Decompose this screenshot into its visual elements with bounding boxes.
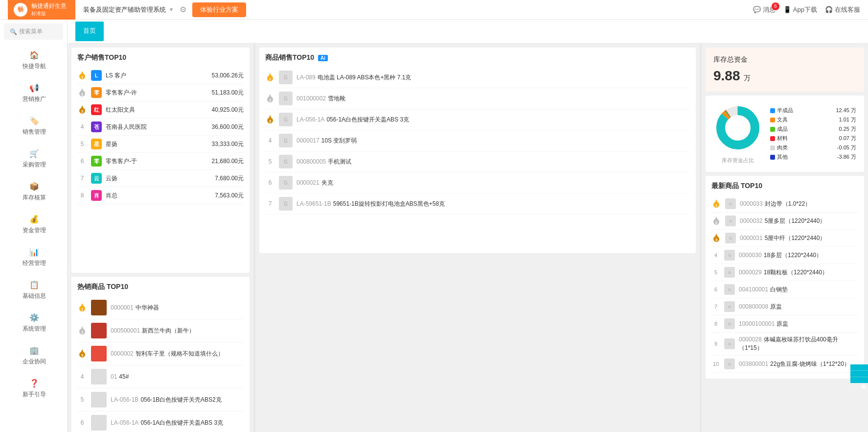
hot-product-info: 0000002智利车子里（规格不知道填什么） (111, 350, 244, 358)
sidebar: 🔍 搜索菜单 🏠 快捷导航 📢 营销推广 🏷️ 销售管理 🛒 采购管理 📦 库存… (0, 20, 68, 432)
svg-marker-34 (715, 199, 718, 203)
legend-value: -3.86 万 (837, 153, 856, 161)
legend-item: 成品 0.25 万 (770, 124, 856, 134)
logo-text: 畅捷通好生意 标准版 (31, 2, 67, 17)
inventory-title: 库存总资金 (713, 55, 856, 64)
legend-name: 材料 (777, 135, 839, 142)
customer-amount: 40,925.00元 (212, 106, 244, 114)
product-info: 000001710S 变刮罗弱 (297, 137, 690, 145)
sidebar-item-operation[interactable]: 📊 经营管理 (0, 240, 67, 273)
legend-name: 肉类 (777, 144, 837, 151)
new-product-item: 2 G 00000325厘多层（1220*2440） (711, 213, 858, 230)
customer-avatar: 肖 (91, 190, 102, 201)
rank-medal: 2 (77, 326, 87, 336)
search-menu[interactable]: 🔍 搜索菜单 (4, 24, 63, 40)
new-products-list: 1 G 0000033封边带（1.0*22） 2 G 00000325厘多层（1… (711, 195, 858, 373)
hot-item: 4 0145# (77, 365, 244, 388)
sidebar-item-purchase[interactable]: 🛒 采购管理 (0, 142, 67, 175)
svg-marker-11 (81, 303, 84, 307)
customer-avatar: 红 (91, 104, 102, 115)
new-product-item: 7 G 000800008原盅 (711, 298, 858, 315)
rank-num: 6 (77, 158, 87, 165)
service-icon: 🎧 (825, 6, 833, 13)
rank-num: 6 (77, 419, 87, 426)
legend-item: 材料 0.07 万 (770, 134, 856, 143)
legend-dot (770, 127, 775, 132)
rank-medal: 3 (265, 115, 275, 124)
tab-home[interactable]: 首页 (75, 22, 104, 41)
message-button[interactable]: 💬 消息 6 (753, 5, 776, 14)
customer-name: 肖总 (106, 192, 211, 200)
rank-num: 5 (77, 141, 87, 147)
sidebar-item-sales[interactable]: 🏷️ 销售管理 (0, 109, 67, 142)
home-icon: 🏠 (29, 49, 40, 60)
chat-button[interactable]: 客服热线 (850, 364, 868, 371)
rank-num: 4 (77, 373, 87, 380)
company-icon: 🏢 (29, 345, 40, 356)
right-panel: 库存总资金 9.88 万 (702, 44, 868, 432)
product-thumb: G (279, 134, 293, 147)
rank-num: 4 (265, 137, 275, 144)
sidebar-item-inventory[interactable]: 📦 库存核算 (0, 175, 67, 208)
customer-name: 零售客户-许 (106, 89, 208, 97)
chat-button[interactable]: 直播 (850, 377, 868, 383)
customer-name: 红太阳文具 (106, 106, 208, 114)
legend-item: 文具 1.01 万 (770, 115, 856, 124)
legend-dot (770, 108, 775, 113)
trial-button[interactable]: 体验行业方案 (192, 2, 246, 17)
product-item: 4 G 000001710S 变刮罗弱 (265, 130, 690, 151)
hot-thumb (91, 369, 107, 384)
product-thumb: G (279, 176, 293, 190)
new-product-thumb: G (724, 267, 735, 278)
svg-text:3: 3 (81, 353, 84, 358)
new-product-name: 000800008原盅 (739, 303, 858, 311)
rank-num: 10 (711, 361, 720, 367)
sidebar-item-guide[interactable]: ❓ 新手引导 (0, 372, 67, 405)
svg-text:1: 1 (81, 307, 84, 312)
message-icon: 💬 (753, 6, 761, 13)
hot-item: 6 LA-056-1A056-1A白色按键开关盖ABS 3克 (77, 411, 244, 432)
new-product-name: 000002918颗粒板（1220*2440） (739, 268, 858, 277)
rank-num: 4 (77, 123, 87, 130)
legend-item: 其他 -3.86 万 (770, 152, 856, 162)
product-info: LA-59651-1B59651-1B旋转投影灯电池盒ABS黑色+58克 (297, 200, 690, 208)
customer-amount: 7,563.00元 (215, 192, 244, 200)
new-product-item: 3 G 00000315厘中纤（1220*2440） (711, 230, 858, 247)
svg-marker-40 (715, 234, 718, 237)
service-button[interactable]: 🎧 在线客服 (825, 5, 860, 14)
chat-buttons: 客服热线服务社区直播 (850, 364, 868, 383)
product-sold-list: 1 G LA-089电池盖 LA-089 ABS本色+黑种 7.1克 2 G 0… (265, 67, 690, 215)
sidebar-item-finance[interactable]: 💰 资金管理 (0, 208, 67, 240)
product-thumb: G (279, 92, 293, 105)
customer-item: 3 红 红太阳文具 40,925.00元 (77, 101, 244, 119)
product-item: 1 G LA-089电池盖 LA-089 ABS本色+黑种 7.1克 (265, 67, 690, 88)
basic-icon: 📋 (29, 279, 40, 290)
legend-value: 1.01 万 (839, 116, 856, 123)
customer-top10-title: 客户销售TOP10 (77, 53, 244, 62)
rank-medal: 1 (77, 303, 87, 312)
customer-amount: 21,680.00元 (212, 157, 244, 166)
sidebar-item-marketing[interactable]: 📢 营销推广 (0, 76, 67, 109)
sidebar-item-nav[interactable]: 🏠 快捷导航 (0, 44, 67, 76)
sidebar-item-system[interactable]: ⚙️ 系统管理 (0, 306, 67, 339)
hot-products-list: 1 0000001中华神器 2 000500001新西兰牛肉（新牛） 3 000… (77, 296, 244, 432)
rank-medal: 3 (77, 349, 87, 359)
legend-item: 肉类 -0.05 万 (770, 143, 856, 152)
app-download-button[interactable]: 📱 App下载 (783, 5, 817, 14)
nav-tabs: 首页 (68, 20, 868, 44)
svg-marker-8 (81, 105, 84, 109)
new-product-thumb: G (724, 301, 735, 312)
new-product-item: 6 G 004100001白钢垫 (711, 281, 858, 298)
sidebar-item-basic[interactable]: 📋 基础信息 (0, 273, 67, 306)
hot-item: 5 LA-056-1B056-1B白色按键开关壳ABS2克 (77, 388, 244, 411)
sidebar-item-company[interactable]: 🏢 企业协同 (0, 339, 67, 372)
legend-item: 半成品 12.45 万 (770, 106, 856, 115)
settings-icon[interactable]: ⚙ (180, 5, 186, 14)
new-product-name: 000003018多层（1220*2440） (739, 251, 858, 260)
customer-avatar: 星 (91, 139, 102, 149)
new-product-item: 8 G 10000100001原盅 (711, 315, 858, 333)
chevron-down-icon: ▼ (169, 7, 174, 12)
new-product-name: 10000100001原盅 (739, 320, 858, 328)
system-select[interactable]: 装备及固定资产辅助管理系统 ▼ (83, 5, 174, 14)
chat-button[interactable]: 服务社区 (850, 371, 868, 377)
